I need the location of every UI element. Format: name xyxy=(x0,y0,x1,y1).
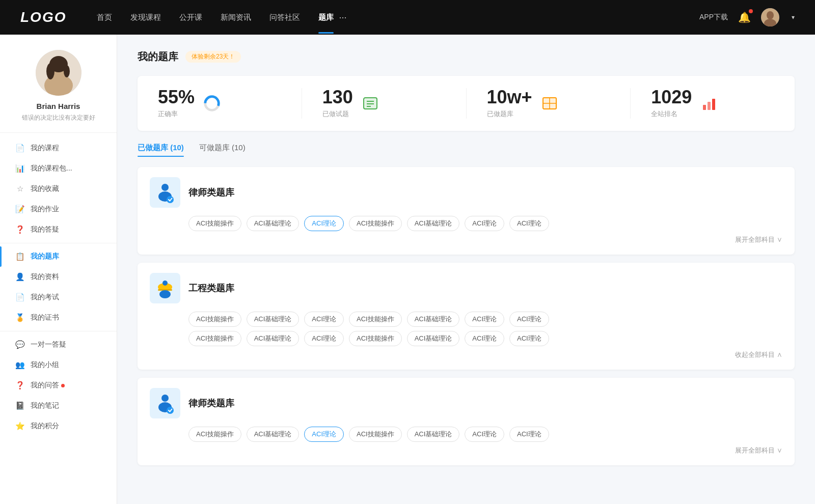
tab-available-banks[interactable]: 可做题库 (10) xyxy=(199,143,246,157)
trial-badge: 体验剩余23天！ xyxy=(185,51,241,63)
tag-3-1[interactable]: ACI基础理论 xyxy=(247,427,300,442)
chevron-down-icon[interactable]: ▾ xyxy=(792,14,795,21)
app-download[interactable]: APP下载 xyxy=(699,13,728,22)
bank-card-lawyer-2: 律师类题库 ACI技能操作 ACI基础理论 ACI理论 ACI技能操作 ACI基… xyxy=(138,378,795,465)
tag-1-4[interactable]: ACI基础理论 xyxy=(407,216,460,231)
sidebar-item-my-qa[interactable]: ❓ 我的答疑 xyxy=(0,219,117,240)
tag-2-8[interactable]: ACI基础理论 xyxy=(247,331,300,346)
tag-2-3[interactable]: ACI技能操作 xyxy=(349,312,402,327)
tag-2-13[interactable]: ACI理论 xyxy=(509,331,549,346)
tag-2-6[interactable]: ACI理论 xyxy=(509,312,549,327)
expand-link-3[interactable]: 展开全部科目 ∨ xyxy=(188,446,782,455)
expand-link-1[interactable]: 展开全部科目 ∨ xyxy=(188,235,782,244)
sidebar-item-course-package[interactable]: 📊 我的课程包... xyxy=(0,158,117,179)
nav-more[interactable]: ··· xyxy=(339,12,346,23)
sidebar-item-favorites[interactable]: ☆ 我的收藏 xyxy=(0,179,117,199)
grid-icon xyxy=(540,94,559,113)
tag-1-5[interactable]: ACI理论 xyxy=(465,216,504,231)
exam-icon: 📄 xyxy=(15,293,24,302)
sidebar-item-certificate[interactable]: 🏅 我的证书 xyxy=(0,307,117,328)
tag-1-3[interactable]: ACI技能操作 xyxy=(349,216,402,231)
bank-card-header-2: 工程类题库 xyxy=(150,273,782,303)
sidebar-item-homework[interactable]: 📝 我的作业 xyxy=(0,199,117,219)
lawyer-icon xyxy=(150,177,180,208)
tag-2-11[interactable]: ACI基础理论 xyxy=(407,331,460,346)
bank-icon: 📋 xyxy=(15,252,24,261)
nav-item-discover[interactable]: 发现课程 xyxy=(130,13,161,22)
tag-2-9[interactable]: ACI理论 xyxy=(304,331,344,346)
course-icon: 📄 xyxy=(15,144,24,153)
tag-3-2[interactable]: ACI理论 xyxy=(304,427,344,442)
notification-bell[interactable]: 🔔 xyxy=(738,11,751,23)
tag-1-0[interactable]: ACI技能操作 xyxy=(188,216,241,231)
tag-1-2[interactable]: ACI理论 xyxy=(304,216,344,231)
accuracy-value: 55% xyxy=(158,88,195,106)
page-body: Brian Harris 错误的决定比没有决定要好 📄 我的课程 📊 我的课程包… xyxy=(0,35,815,504)
user-motto: 错误的决定比没有决定要好 xyxy=(10,114,106,122)
stat-accuracy: 55% 正确率 xyxy=(138,88,302,119)
engineer-icon xyxy=(150,273,180,303)
bank-card-header-3: 律师类题库 xyxy=(150,388,782,418)
tag-2-10[interactable]: ACI技能操作 xyxy=(349,331,402,346)
tag-2-12[interactable]: ACI理论 xyxy=(465,331,504,346)
tag-3-5[interactable]: ACI理论 xyxy=(465,427,504,442)
nav-item-news[interactable]: 新闻资讯 xyxy=(221,13,251,22)
tag-3-3[interactable]: ACI技能操作 xyxy=(349,427,402,442)
tag-3-4[interactable]: ACI基础理论 xyxy=(407,427,460,442)
svg-point-23 xyxy=(161,184,169,191)
qa-icon: ❓ xyxy=(15,225,24,234)
nav-links: 首页 发现课程 公开课 新闻资讯 问答社区 题库 xyxy=(97,13,334,22)
sidebar-item-my-exam[interactable]: 📄 我的考试 xyxy=(0,287,117,307)
sidebar-item-notes[interactable]: 📓 我的笔记 xyxy=(0,396,117,416)
nav-item-bank[interactable]: 题库 xyxy=(318,13,334,22)
sidebar-menu: 📄 我的课程 📊 我的课程包... ☆ 我的收藏 📝 我的作业 ❓ 我的答疑 � xyxy=(0,138,117,436)
avatar-image xyxy=(36,50,82,96)
homework-icon: 📝 xyxy=(15,205,24,214)
tag-2-4[interactable]: ACI基础理论 xyxy=(407,312,460,327)
tags-row-1: ACI技能操作 ACI基础理论 ACI理论 ACI技能操作 ACI基础理论 AC… xyxy=(188,216,782,231)
svg-point-30 xyxy=(159,290,171,298)
tag-1-6[interactable]: ACI理论 xyxy=(509,216,549,231)
nav-right: APP下载 🔔 ▾ xyxy=(699,8,795,26)
svg-point-8 xyxy=(64,65,70,77)
svg-point-31 xyxy=(161,395,169,402)
expand-link-2[interactable]: 收起全部科目 ∧ xyxy=(188,350,782,359)
bank-title-lawyer-1: 律师类题库 xyxy=(188,186,234,199)
tag-2-5[interactable]: ACI理论 xyxy=(465,312,504,327)
nav-item-home[interactable]: 首页 xyxy=(97,13,112,22)
lawyer-icon-2 xyxy=(150,388,180,418)
stat-accuracy-text: 55% 正确率 xyxy=(158,88,195,119)
sidebar-divider xyxy=(0,243,117,243)
notification-badge xyxy=(749,9,753,13)
tab-done-banks[interactable]: 已做题库 (10) xyxy=(138,143,184,157)
sidebar-item-1on1[interactable]: 💬 一对一答疑 xyxy=(0,334,117,355)
question-icon: ❓ xyxy=(15,381,24,390)
svg-rect-20 xyxy=(703,105,706,110)
svg-point-29 xyxy=(162,281,168,286)
sidebar-item-my-group[interactable]: 👥 我的小组 xyxy=(0,355,117,375)
nav-item-qa[interactable]: 问答社区 xyxy=(269,13,300,22)
nav-item-open-course[interactable]: 公开课 xyxy=(179,13,202,22)
avatar[interactable] xyxy=(761,8,779,26)
done-questions-value: 130 xyxy=(322,88,353,106)
tag-2-1[interactable]: ACI基础理论 xyxy=(247,312,300,327)
tag-2-0[interactable]: ACI技能操作 xyxy=(188,312,241,327)
user-name: Brian Harris xyxy=(10,102,106,110)
tag-2-7[interactable]: ACI技能操作 xyxy=(188,331,241,346)
tag-3-6[interactable]: ACI理论 xyxy=(509,427,549,442)
sidebar-item-my-bank[interactable]: 📋 我的题库 xyxy=(0,246,117,267)
sidebar-item-my-profile[interactable]: 👤 我的资料 xyxy=(0,267,117,287)
done-banks-value: 10w+ xyxy=(487,88,532,106)
sidebar-item-my-course[interactable]: 📄 我的课程 xyxy=(0,138,117,158)
svg-point-7 xyxy=(46,63,55,79)
tag-2-2[interactable]: ACI理论 xyxy=(304,312,344,327)
svg-point-25 xyxy=(167,196,174,203)
tag-1-1[interactable]: ACI基础理论 xyxy=(247,216,300,231)
logo[interactable]: LOGO xyxy=(20,9,66,25)
svg-point-1 xyxy=(767,11,774,19)
sidebar-item-points[interactable]: ⭐ 我的积分 xyxy=(0,416,117,436)
page-title: 我的题库 xyxy=(138,50,178,64)
sidebar-item-my-question[interactable]: ❓ 我的问答 xyxy=(0,375,117,396)
tag-3-0[interactable]: ACI技能操作 xyxy=(188,427,241,442)
done-questions-label: 已做试题 xyxy=(322,109,353,119)
